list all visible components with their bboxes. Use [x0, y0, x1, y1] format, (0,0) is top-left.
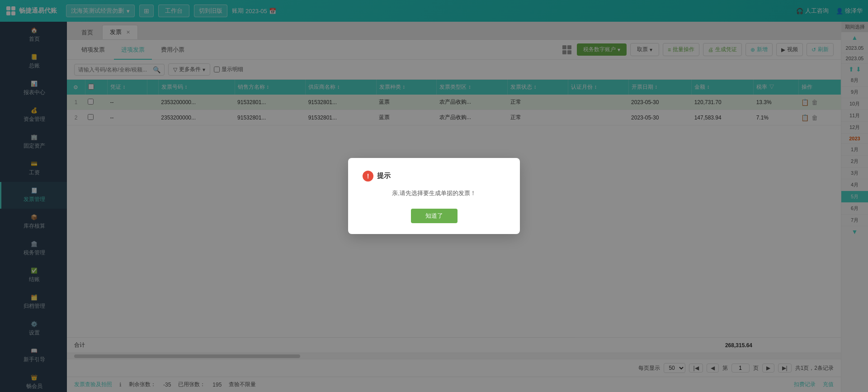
- modal-title-row: ! 提示: [363, 171, 505, 182]
- modal-box: ! 提示 亲,请先选择要生成单据的发票！ 知道了: [348, 158, 520, 234]
- modal-body: 亲,请先选择要生成单据的发票！: [363, 189, 505, 198]
- modal-ok-btn[interactable]: 知道了: [411, 209, 458, 223]
- modal-overlay: ! 提示 亲,请先选择要生成单据的发票！ 知道了: [0, 0, 868, 392]
- modal-title: 提示: [377, 172, 391, 180]
- warning-icon: !: [363, 171, 373, 182]
- modal-footer: 知道了: [363, 209, 505, 223]
